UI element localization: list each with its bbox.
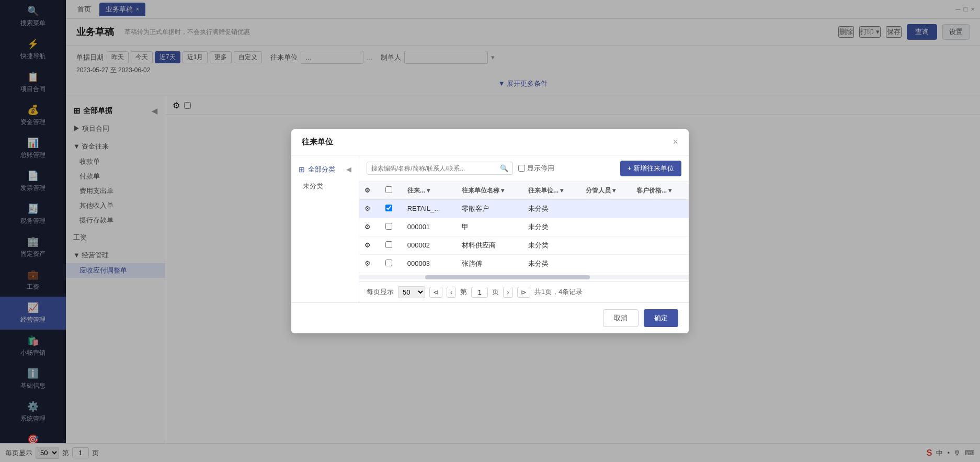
row-name: 甲 (457, 218, 523, 236)
row-checkbox (380, 218, 402, 236)
col-price[interactable]: 客户价格... ▾ (631, 182, 689, 200)
row-checkbox (380, 199, 402, 218)
col-code[interactable]: 往来... ▾ (402, 182, 457, 200)
row-manager (580, 218, 631, 236)
table-row[interactable]: ⚙ 000002 材料供应商 未分类 (359, 236, 689, 254)
row-category: 未分类 (523, 218, 580, 236)
dialog-table-select-all[interactable] (385, 186, 392, 193)
row-settings: ⚙ (359, 199, 380, 218)
per-page-select[interactable]: 50 100 (398, 286, 425, 298)
dialog-header: 往来单位 × (291, 129, 689, 155)
page-number-input[interactable] (471, 287, 488, 298)
dialog-search-box: 🔍 (367, 162, 513, 175)
page-suffix: 页 (492, 287, 499, 297)
dialog-overlay: 往来单位 × ⊞ 全部分类 ◀ 未分类 (0, 0, 980, 462)
page-last-button[interactable]: ⊳ (517, 287, 530, 298)
row-category: 未分类 (523, 199, 580, 218)
dialog-scrollbar[interactable] (359, 275, 689, 279)
row-checkbox (380, 254, 402, 273)
dialog-body: ⊞ 全部分类 ◀ 未分类 🔍 (291, 155, 689, 302)
total-records-label: 共1页，4条记录 (534, 287, 583, 297)
table-row[interactable]: ⚙ 000003 张旃傅 未分类 (359, 254, 689, 273)
dialog-scrollbar-thumb (425, 275, 590, 279)
partner-dialog: 往来单位 × ⊞ 全部分类 ◀ 未分类 (291, 129, 689, 333)
col-category[interactable]: 往来单位... ▾ (523, 182, 580, 200)
row-name: 材料供应商 (457, 236, 523, 254)
dialog-footer: 取消 确定 (291, 302, 689, 333)
dialog-pagination: 每页显示 50 100 ⊲ ‹ 第 页 › ⊳ 共1页，4条记录 (359, 281, 689, 302)
row-manager (580, 254, 631, 273)
dialog-table: ⚙ 往来... ▾ 往来单位名称 ▾ 往来单位... ▾ 分管人员 ▾ 客户价格… (359, 182, 689, 273)
row-checkbox (380, 236, 402, 254)
col-manager[interactable]: 分管人员 ▾ (580, 182, 631, 200)
add-partner-button[interactable]: + 新增往来单位 (620, 161, 681, 176)
confirm-button[interactable]: 确定 (644, 309, 678, 327)
row-category: 未分类 (523, 236, 580, 254)
show-disabled-checkbox[interactable] (518, 165, 525, 172)
table-row[interactable]: ⚙ 000001 甲 未分类 (359, 218, 689, 236)
row-settings: ⚙ (359, 218, 380, 236)
row-code: RETAIL_... (402, 199, 457, 218)
row-price (631, 254, 689, 273)
show-disabled-checkbox-label: 显示停用 (518, 164, 554, 173)
row-code: 000002 (402, 236, 457, 254)
row-name: 张旃傅 (457, 254, 523, 273)
page-prev-button[interactable]: ‹ (447, 287, 456, 298)
col-name[interactable]: 往来单位名称 ▾ (457, 182, 523, 200)
page-label: 第 (460, 287, 467, 297)
col-select (380, 182, 402, 200)
dialog-close-button[interactable]: × (673, 137, 678, 148)
row-settings: ⚙ (359, 236, 380, 254)
page-next-button[interactable]: › (503, 287, 512, 298)
col-settings: ⚙ (359, 182, 380, 200)
dialog-search-input[interactable] (371, 165, 497, 172)
search-icon: 🔍 (500, 164, 508, 172)
row-price (631, 218, 689, 236)
per-page-label: 每页显示 (367, 287, 394, 297)
dialog-subcategory-uncategorized[interactable]: 未分类 (291, 178, 359, 194)
dialog-toolbar: 🔍 显示停用 + 新增往来单位 (359, 155, 689, 182)
page-first-button[interactable]: ⊲ (429, 287, 442, 298)
row-manager (580, 236, 631, 254)
row-price (631, 236, 689, 254)
table-row[interactable]: ⚙ RETAIL_... 零散客户 未分类 (359, 199, 689, 218)
row-manager (580, 199, 631, 218)
row-price (631, 199, 689, 218)
row-code: 000001 (402, 218, 457, 236)
dialog-right-panel: 🔍 显示停用 + 新增往来单位 ⚙ (359, 155, 689, 302)
row-code: 000003 (402, 254, 457, 273)
dialog-title: 往来单位 (302, 137, 333, 147)
dialog-collapse-icon[interactable]: ◀ (346, 165, 351, 173)
row-name: 零散客户 (457, 199, 523, 218)
dialog-table-wrap: ⚙ 往来... ▾ 往来单位名称 ▾ 往来单位... ▾ 分管人员 ▾ 客户价格… (359, 182, 689, 273)
dialog-left-panel: ⊞ 全部分类 ◀ 未分类 (291, 155, 359, 302)
cancel-button[interactable]: 取消 (603, 309, 639, 327)
row-settings: ⚙ (359, 254, 380, 273)
row-category: 未分类 (523, 254, 580, 273)
dialog-all-categories[interactable]: ⊞ 全部分类 ◀ (291, 161, 359, 178)
